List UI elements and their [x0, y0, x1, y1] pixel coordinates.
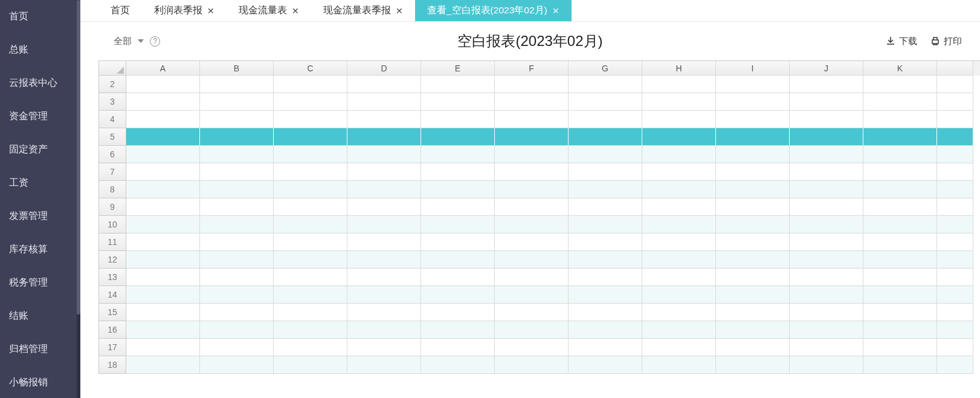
- cell-I11[interactable]: [716, 233, 790, 251]
- close-icon[interactable]: ✕: [552, 6, 559, 16]
- cell-B3[interactable]: [200, 93, 274, 111]
- cell-F2[interactable]: [495, 76, 569, 93]
- cell-D9[interactable]: [347, 198, 421, 216]
- cell-A11[interactable]: [126, 233, 200, 251]
- cell-C10[interactable]: [274, 216, 347, 233]
- cell-E9[interactable]: [421, 198, 495, 216]
- sidebar-item-4[interactable]: 固定资产: [0, 133, 77, 166]
- cell-E12[interactable]: [421, 251, 495, 269]
- cell-G15[interactable]: [569, 304, 642, 321]
- sidebar-item-2[interactable]: 云报表中心: [0, 67, 77, 100]
- cell-F4[interactable]: [495, 111, 569, 128]
- cell-J16[interactable]: [790, 321, 863, 339]
- cell-E7[interactable]: [421, 163, 495, 181]
- cell-A9[interactable]: [126, 198, 200, 216]
- tab-1[interactable]: 利润表季报✕: [142, 0, 227, 21]
- cell-H10[interactable]: [642, 216, 716, 233]
- cell-F12[interactable]: [495, 251, 569, 269]
- cell-F7[interactable]: [495, 163, 569, 181]
- cell-D12[interactable]: [347, 251, 421, 269]
- cell-J3[interactable]: [790, 93, 863, 111]
- spreadsheet[interactable]: ABCDEFGHIJK23456789101112131415161718: [98, 60, 980, 374]
- cell-I16[interactable]: [716, 321, 790, 339]
- cell-D7[interactable]: [347, 163, 421, 181]
- cell-C17[interactable]: [274, 339, 347, 356]
- col-header-C[interactable]: C: [274, 61, 347, 76]
- sidebar-item-0[interactable]: 首页: [0, 0, 77, 33]
- cell-E18[interactable]: [421, 356, 495, 374]
- cell-J9[interactable]: [790, 198, 863, 216]
- col-header-F[interactable]: F: [495, 61, 569, 76]
- cell-G9[interactable]: [569, 198, 642, 216]
- cell-D18[interactable]: [347, 356, 421, 374]
- cell-H2[interactable]: [642, 76, 716, 93]
- cell-K15[interactable]: [863, 304, 937, 321]
- print-button[interactable]: 打印: [930, 36, 962, 47]
- cell-D2[interactable]: [347, 76, 421, 93]
- cell-D17[interactable]: [347, 339, 421, 356]
- cell-A6[interactable]: [126, 146, 200, 163]
- cell-H11[interactable]: [642, 233, 716, 251]
- cell-D15[interactable]: [347, 304, 421, 321]
- cell-overflow-2[interactable]: [937, 76, 973, 93]
- cell-E14[interactable]: [421, 286, 495, 304]
- row-header-10[interactable]: 10: [99, 216, 126, 233]
- cell-C2[interactable]: [274, 76, 347, 93]
- cell-A15[interactable]: [126, 304, 200, 321]
- row-header-12[interactable]: 12: [99, 251, 126, 269]
- col-header-E[interactable]: E: [421, 61, 495, 76]
- cell-E17[interactable]: [421, 339, 495, 356]
- cell-K9[interactable]: [863, 198, 937, 216]
- cell-H17[interactable]: [642, 339, 716, 356]
- cell-K11[interactable]: [863, 233, 937, 251]
- cell-overflow-8[interactable]: [937, 181, 973, 198]
- cell-G3[interactable]: [569, 93, 642, 111]
- cell-G11[interactable]: [569, 233, 642, 251]
- cell-I3[interactable]: [716, 93, 790, 111]
- cell-overflow-6[interactable]: [937, 146, 973, 163]
- cell-J2[interactable]: [790, 76, 863, 93]
- cell-K18[interactable]: [863, 356, 937, 374]
- cell-D5[interactable]: [347, 128, 421, 146]
- row-header-4[interactable]: 4: [99, 111, 126, 128]
- cell-F11[interactable]: [495, 233, 569, 251]
- cell-B16[interactable]: [200, 321, 274, 339]
- cell-A16[interactable]: [126, 321, 200, 339]
- sidebar-item-6[interactable]: 发票管理: [0, 200, 77, 233]
- cell-J18[interactable]: [790, 356, 863, 374]
- cell-F17[interactable]: [495, 339, 569, 356]
- cell-J10[interactable]: [790, 216, 863, 233]
- cell-overflow-17[interactable]: [937, 339, 973, 356]
- cell-G10[interactable]: [569, 216, 642, 233]
- cell-A5[interactable]: [126, 128, 200, 146]
- cell-G16[interactable]: [569, 321, 642, 339]
- cell-H13[interactable]: [642, 269, 716, 286]
- cell-C11[interactable]: [274, 233, 347, 251]
- sidebar-item-7[interactable]: 库存核算: [0, 233, 77, 266]
- cell-H14[interactable]: [642, 286, 716, 304]
- cell-D3[interactable]: [347, 93, 421, 111]
- col-header-J[interactable]: J: [790, 61, 863, 76]
- row-header-15[interactable]: 15: [99, 304, 126, 321]
- cell-overflow-9[interactable]: [937, 198, 973, 216]
- cell-overflow-18[interactable]: [937, 356, 973, 374]
- cell-C4[interactable]: [274, 111, 347, 128]
- download-button[interactable]: 下载: [886, 36, 917, 47]
- cell-H16[interactable]: [642, 321, 716, 339]
- cell-D8[interactable]: [347, 181, 421, 198]
- cell-J15[interactable]: [790, 304, 863, 321]
- cell-H18[interactable]: [642, 356, 716, 374]
- cell-K6[interactable]: [863, 146, 937, 163]
- cell-G4[interactable]: [569, 111, 642, 128]
- cell-I7[interactable]: [716, 163, 790, 181]
- cell-K4[interactable]: [863, 111, 937, 128]
- cell-J12[interactable]: [790, 251, 863, 269]
- cell-C6[interactable]: [274, 146, 347, 163]
- cell-G6[interactable]: [569, 146, 642, 163]
- cell-B15[interactable]: [200, 304, 274, 321]
- cell-K14[interactable]: [863, 286, 937, 304]
- cell-F16[interactable]: [495, 321, 569, 339]
- cell-overflow-4[interactable]: [937, 111, 973, 128]
- cell-K16[interactable]: [863, 321, 937, 339]
- cell-B4[interactable]: [200, 111, 274, 128]
